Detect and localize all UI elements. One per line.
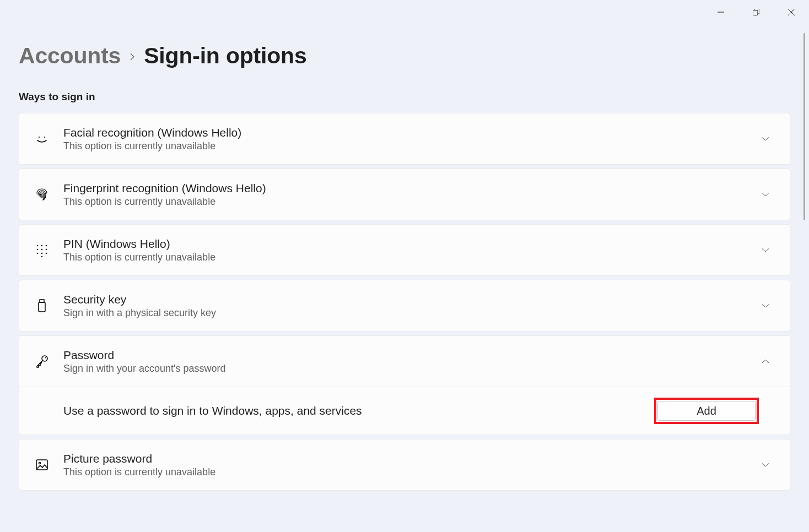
key-icon xyxy=(34,353,50,370)
option-subtitle: Sign in with your account's password xyxy=(63,363,747,374)
svg-point-4 xyxy=(39,137,40,138)
option-subtitle: Sign in with a physical security key xyxy=(63,307,747,319)
option-expanded-panel: Use a password to sign in to Windows, ap… xyxy=(19,387,790,435)
usb-key-icon xyxy=(34,297,50,314)
option-subtitle: This option is currently unavailable xyxy=(63,252,747,263)
option-header[interactable]: Picture password This option is currentl… xyxy=(19,439,790,490)
svg-point-10 xyxy=(41,249,43,251)
svg-point-14 xyxy=(46,253,47,254)
option-title: Fingerprint recognition (Windows Hello) xyxy=(63,182,747,195)
option-subtitle: This option is currently unavailable xyxy=(63,466,747,478)
scrollbar[interactable] xyxy=(803,33,805,220)
option-title: Facial recognition (Windows Hello) xyxy=(63,126,747,139)
svg-point-15 xyxy=(41,256,43,257)
option-subtitle: This option is currently unavailable xyxy=(63,140,747,152)
chevron-down-icon xyxy=(760,133,771,144)
svg-point-19 xyxy=(45,357,46,359)
svg-point-11 xyxy=(46,249,47,251)
svg-point-8 xyxy=(46,245,47,247)
add-password-button[interactable]: Add xyxy=(657,401,756,421)
option-header[interactable]: Facial recognition (Windows Hello) This … xyxy=(19,113,790,164)
option-security-key: Security key Sign in with a physical sec… xyxy=(19,280,790,332)
svg-point-13 xyxy=(41,253,43,254)
chevron-down-icon xyxy=(760,459,771,470)
svg-point-12 xyxy=(37,253,39,254)
option-password: Password Sign in with your account's pas… xyxy=(19,335,790,435)
option-header[interactable]: Fingerprint recognition (Windows Hello) … xyxy=(19,169,790,220)
chevron-down-icon xyxy=(760,245,771,256)
close-button[interactable] xyxy=(774,0,809,24)
svg-point-9 xyxy=(37,249,39,251)
option-header[interactable]: PIN (Windows Hello) This option is curre… xyxy=(19,225,790,275)
add-button-highlight: Add xyxy=(654,398,759,424)
option-fingerprint: Fingerprint recognition (Windows Hello) … xyxy=(19,169,790,220)
breadcrumb: Accounts Sign-in options xyxy=(19,43,790,69)
chevron-down-icon xyxy=(760,189,771,200)
chevron-right-icon xyxy=(128,51,136,63)
maximize-button[interactable] xyxy=(738,0,774,24)
svg-point-21 xyxy=(39,462,40,464)
svg-rect-1 xyxy=(753,10,758,15)
page-title: Sign-in options xyxy=(144,43,306,69)
svg-rect-20 xyxy=(36,460,47,470)
option-title: Picture password xyxy=(63,452,747,465)
option-header[interactable]: Security key Sign in with a physical sec… xyxy=(19,280,790,331)
smile-icon xyxy=(34,131,50,147)
option-title: Security key xyxy=(63,293,747,306)
option-facial-recognition: Facial recognition (Windows Hello) This … xyxy=(19,113,790,165)
minimize-button[interactable] xyxy=(703,0,738,24)
svg-point-5 xyxy=(44,137,45,138)
svg-point-7 xyxy=(41,245,43,247)
pin-keypad-icon xyxy=(34,242,50,258)
breadcrumb-parent[interactable]: Accounts xyxy=(19,43,121,69)
option-pin: PIN (Windows Hello) This option is curre… xyxy=(19,224,790,276)
fingerprint-icon xyxy=(34,186,50,203)
option-picture-password: Picture password This option is currentl… xyxy=(19,439,790,491)
chevron-up-icon xyxy=(760,356,771,367)
svg-point-6 xyxy=(37,245,39,247)
window-controls xyxy=(703,0,809,24)
chevron-down-icon xyxy=(760,300,771,311)
option-title: PIN (Windows Hello) xyxy=(63,237,747,251)
option-subtitle: This option is currently unavailable xyxy=(63,196,747,208)
svg-rect-17 xyxy=(39,302,45,312)
option-title: Password xyxy=(63,349,747,362)
section-heading: Ways to sign in xyxy=(19,91,790,103)
picture-icon xyxy=(34,457,50,473)
expanded-description: Use a password to sign in to Windows, ap… xyxy=(63,404,643,417)
option-header[interactable]: Password Sign in with your account's pas… xyxy=(19,336,790,387)
